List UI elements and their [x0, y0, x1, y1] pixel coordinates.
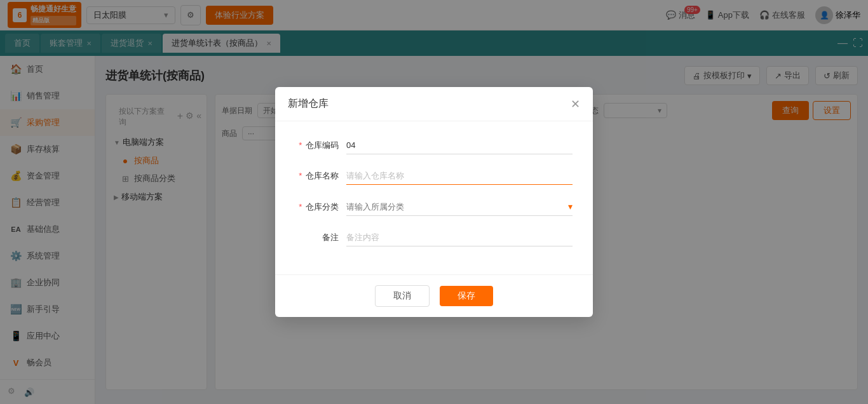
category-label: * 仓库分类: [295, 201, 346, 213]
name-input[interactable]: [346, 167, 573, 185]
category-chevron-icon[interactable]: ▾: [568, 201, 573, 212]
modal-body: * 仓库编码 * 仓库名称 * 仓库分类: [275, 121, 593, 274]
remark-input[interactable]: [346, 229, 573, 246]
add-warehouse-modal: 新增仓库 ✕ * 仓库编码 * 仓库名称: [275, 87, 593, 317]
save-button[interactable]: 保存: [440, 286, 493, 306]
required-star-name: *: [299, 171, 302, 180]
modal-footer: 取消 保存: [275, 274, 593, 317]
modal-title: 新增仓库: [288, 97, 329, 111]
remark-label: 备注: [295, 232, 346, 243]
modal-overlay[interactable]: 新增仓库 ✕ * 仓库编码 * 仓库名称: [0, 0, 868, 404]
form-row-category: * 仓库分类 ▾: [295, 198, 573, 216]
category-input[interactable]: [346, 202, 568, 212]
code-input[interactable]: [346, 137, 573, 154]
name-label: * 仓库名称: [295, 170, 346, 182]
modal-header: 新增仓库 ✕: [275, 87, 593, 121]
form-row-name: * 仓库名称: [295, 167, 573, 185]
category-select-wrap: ▾: [346, 198, 573, 216]
form-row-code: * 仓库编码: [295, 137, 573, 154]
cancel-button[interactable]: 取消: [375, 285, 430, 307]
modal-close-btn[interactable]: ✕: [571, 98, 580, 110]
required-star: *: [299, 140, 302, 150]
required-star-cat: *: [299, 202, 302, 212]
form-row-remark: 备注: [295, 229, 573, 246]
code-label: * 仓库编码: [295, 140, 346, 151]
